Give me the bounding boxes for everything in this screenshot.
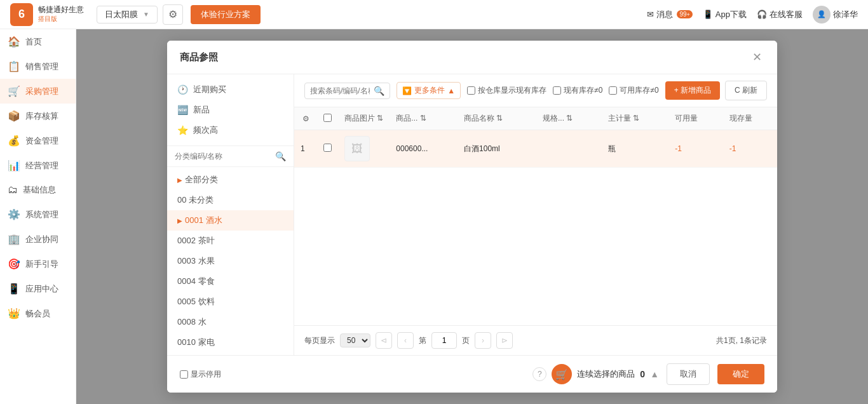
show-disabled-text: 显示停用 — [191, 369, 221, 380]
filter-icon: 🔽 — [402, 86, 412, 95]
modal-right-panel: 🔍 🔽 更多条件 ▲ 按仓库显示现有库存 — [294, 74, 777, 355]
th-unit[interactable]: 主计量 ⇅ — [602, 107, 669, 130]
product-table-body: 1 🖼 000600... 白酒100ml — [294, 130, 777, 168]
th-name[interactable]: 商品名称 ⇅ — [458, 107, 536, 130]
recent-purchase-item[interactable]: 🕐 近期购买 — [167, 79, 294, 100]
cat-0010[interactable]: 0010 家电 — [167, 332, 294, 353]
modal-overlay: 商品参照 ✕ 🕐 近期购买 🆕 — [76, 29, 868, 404]
cat-all[interactable]: ▶ 全部分类 — [167, 170, 294, 190]
stock-nonzero-text: 现有库存≠0 — [564, 85, 602, 96]
modal-close-button[interactable]: ✕ — [749, 50, 764, 65]
sidebar-label-system: 系统管理 — [25, 209, 58, 220]
frequent-item[interactable]: ⭐ 频次高 — [167, 120, 294, 140]
page-size-select[interactable]: 50 — [340, 333, 370, 347]
category-search-input[interactable] — [175, 152, 273, 161]
experience-button[interactable]: 体验行业方案 — [191, 5, 261, 24]
modal-title: 商品参照 — [180, 51, 218, 64]
product-thumbnail: 🖼 — [344, 136, 370, 161]
cat-00[interactable]: 00 未分类 — [167, 190, 294, 210]
th-code-sort-icon: ⇅ — [420, 114, 426, 123]
cat-0004[interactable]: 0004 零食 — [167, 271, 294, 292]
sidebar-label-guide: 新手引导 — [25, 259, 58, 270]
cancel-button[interactable]: 取消 — [667, 363, 710, 385]
sidebar-item-member[interactable]: 👑 畅会员 — [0, 301, 76, 326]
add-product-button[interactable]: + 新增商品 — [665, 81, 720, 100]
product-search-icon[interactable]: 🔍 — [374, 86, 384, 96]
warehouse-filter-label[interactable]: 按仓库显示现有库存 — [467, 85, 546, 96]
cell-checkbox — [317, 130, 338, 168]
th-settings[interactable]: ⚙ — [294, 107, 317, 130]
cat-0002[interactable]: 0002 茶叶 — [167, 231, 294, 251]
sidebar-label-sales: 销售管理 — [25, 61, 58, 72]
sidebar-item-guide[interactable]: 🎯 新手引导 — [0, 252, 76, 276]
modal-header: 商品参照 ✕ — [167, 41, 777, 74]
show-disabled-label[interactable]: 显示停用 — [180, 369, 221, 380]
sidebar-item-apps[interactable]: 📱 应用中心 — [0, 276, 76, 301]
page-size-label: 每页显示 — [304, 335, 335, 346]
messages-button[interactable]: ✉ 消息 99+ — [647, 9, 692, 20]
stock-nonzero-checkbox[interactable] — [553, 86, 561, 95]
product-search-input[interactable] — [310, 86, 370, 95]
page-last-button[interactable]: ⊳ — [496, 332, 513, 349]
available-nonzero-label[interactable]: 可用库存≠0 — [609, 85, 658, 96]
new-icon: 🆕 — [177, 105, 188, 115]
cell-code: 000600... — [390, 130, 458, 168]
help-icon[interactable]: ? — [532, 367, 546, 381]
sidebar-item-home[interactable]: 🏠 首页 — [0, 29, 76, 54]
sidebar-label-apps: 应用中心 — [25, 283, 58, 295]
warehouse-filter-checkbox[interactable] — [467, 86, 475, 95]
th-checkbox — [317, 107, 338, 130]
user-profile-button[interactable]: 👤 徐泽华 — [813, 6, 858, 24]
toolbar-right: + 新增商品 C 刷新 — [665, 81, 767, 100]
new-products-item[interactable]: 🆕 新品 — [167, 100, 294, 120]
th-code[interactable]: 商品... ⇅ — [390, 107, 458, 130]
select-all-checkbox[interactable] — [323, 114, 332, 122]
more-filter-button[interactable]: 🔽 更多条件 ▲ — [397, 82, 461, 99]
sidebar-item-operations[interactable]: 📊 经营管理 — [0, 153, 76, 178]
page-next-button[interactable]: › — [475, 332, 491, 349]
headset-icon: 🎧 — [757, 10, 767, 19]
show-disabled-checkbox[interactable] — [180, 370, 188, 379]
table-row[interactable]: 1 🖼 000600... 白酒100ml — [294, 130, 777, 168]
app-download-button[interactable]: 📱 App下载 — [703, 9, 747, 20]
sidebar-item-purchase[interactable]: 🛒 采购管理 — [0, 79, 76, 104]
th-name-sort-icon: ⇅ — [496, 114, 503, 123]
sidebar-item-sales[interactable]: 📋 销售管理 — [0, 54, 76, 79]
cat-0005[interactable]: 0005 饮料 — [167, 292, 294, 312]
sidebar-label-member: 畅会员 — [25, 308, 50, 320]
sidebar-item-enterprise[interactable]: 🏢 企业协同 — [0, 227, 76, 252]
sidebar-item-system[interactable]: ⚙️ 系统管理 — [0, 202, 76, 227]
th-image[interactable]: 商品图片 ⇅ — [338, 107, 390, 130]
page-prev-button[interactable]: ‹ — [397, 332, 414, 349]
org-selector[interactable]: 日太阳膜 ▼ — [97, 6, 158, 24]
available-nonzero-checkbox[interactable] — [609, 86, 617, 95]
th-spec[interactable]: 规格... ⇅ — [536, 107, 602, 130]
stock-nonzero-label[interactable]: 现有库存≠0 — [553, 85, 602, 96]
nav-right: ✉ 消息 99+ 📱 App下载 🎧 在线客服 👤 徐泽华 — [647, 6, 858, 24]
settings-gear-icon[interactable]: ⚙ — [163, 4, 183, 25]
filter-arrow-icon: ▲ — [447, 86, 455, 95]
cat-0001[interactable]: ▶ 0001 酒水 — [167, 210, 294, 231]
inventory-icon: 📦 — [8, 110, 20, 122]
cart-count: 0 — [640, 369, 645, 379]
cart-collapse-icon[interactable]: ▲ — [650, 369, 659, 379]
online-service-button[interactable]: 🎧 在线客服 — [757, 9, 803, 20]
page-number-input[interactable]: 1 — [431, 332, 457, 349]
sidebar-item-finance[interactable]: 💰 资金管理 — [0, 128, 76, 153]
cat-0001-label: 0001 酒水 — [185, 215, 222, 226]
sidebar-item-inventory[interactable]: 📦 库存核算 — [0, 104, 76, 128]
refresh-button[interactable]: C 刷新 — [725, 81, 767, 100]
category-search-icon[interactable]: 🔍 — [275, 151, 286, 161]
messages-label: 消息 — [656, 9, 673, 20]
product-modal: 商品参照 ✕ 🕐 近期购买 🆕 — [167, 41, 777, 393]
cat-0008[interactable]: 0008 水 — [167, 312, 294, 332]
page-label-first: 第 — [419, 335, 426, 346]
cat-0003[interactable]: 0003 水果 — [167, 251, 294, 271]
cart-button[interactable]: 🛒 — [552, 364, 572, 384]
sidebar-item-basic[interactable]: 🗂 基础信息 — [0, 178, 76, 202]
confirm-button[interactable]: 确定 — [717, 364, 764, 384]
username-label: 徐泽华 — [833, 9, 858, 20]
product-table-wrap: ⚙ 商品图片 ⇅ — [294, 107, 777, 325]
page-first-button[interactable]: ⊲ — [376, 332, 392, 349]
row-checkbox[interactable] — [323, 144, 332, 152]
